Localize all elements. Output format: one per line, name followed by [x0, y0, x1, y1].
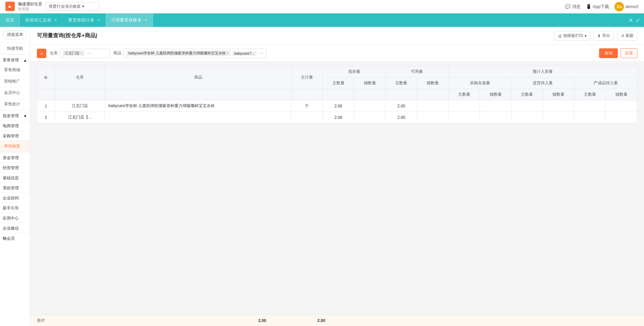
cell-stock-aux	[354, 100, 386, 112]
col-production-main: 主数量	[574, 89, 606, 100]
col-current-stock: 现存量	[323, 66, 385, 78]
col-production: 产成品待入量	[574, 78, 637, 89]
close-window-btn[interactable]: ✕	[629, 17, 633, 24]
settings-btn[interactable]: 设置	[621, 48, 637, 58]
cell-incoming-main	[511, 100, 543, 112]
product-tag-1-close[interactable]: ×	[227, 51, 229, 55]
chevron-down-icon: ▼	[23, 114, 27, 119]
sidebar-section-app-center[interactable]: 应用中心	[0, 213, 30, 223]
product-tag-2: babycare?...	[232, 51, 257, 56]
export-icon: ⬇	[597, 34, 601, 38]
filter-toggle-btn[interactable]: »	[37, 49, 46, 58]
query-btn[interactable]: 查询	[599, 48, 618, 58]
sidebar: 搜索菜单 快捷导航 零售管理 ▲ 零售商城 营销推广 会员中心 零售统计 批发管…	[0, 27, 30, 326]
tab-bar-end: ✕ ⤢	[625, 13, 644, 27]
sidebar-item-member-center[interactable]: 会员中心	[0, 87, 30, 99]
cell-production-main	[574, 100, 606, 112]
sidebar-section-finance[interactable]: 资金管理	[0, 152, 30, 162]
sidebar-item-retail-mall[interactable]: 零售商城	[0, 64, 30, 76]
refresh-btn[interactable]: ↺ 刷新	[617, 31, 637, 41]
sidebar-section-wholesale[interactable]: 批发管理 ▼	[0, 110, 30, 120]
table-area: ⚙ 仓库 商品 主计量 现存量 可用量 预计入库量 主数量 辅数量 主数量 辅数…	[30, 62, 644, 315]
sidebar-section-member[interactable]: 畅会员	[0, 233, 30, 243]
cell-index: 1	[37, 100, 55, 112]
cell-incoming-aux	[543, 112, 574, 123]
sidebar-section-operations[interactable]: 经营管理	[0, 162, 30, 172]
brand-info: 畅捷通好生意 标准版	[18, 2, 42, 11]
cell-incoming-aux	[543, 100, 574, 112]
table-settings-col[interactable]: ⚙	[37, 66, 55, 89]
sidebar-section-retail[interactable]: 零售管理 ▲	[0, 54, 30, 64]
sidebar-search: 搜索菜单	[0, 27, 30, 43]
tab-close-available[interactable]: ✕	[144, 18, 147, 22]
col-forecast: 预计入库量	[448, 66, 637, 78]
filter-actions: 查询 设置	[599, 48, 637, 58]
brand-name: 畅捷通好生意	[18, 2, 42, 6]
cell-main-unit	[291, 112, 323, 123]
sidebar-item-marketing[interactable]: 营销推广	[0, 76, 30, 87]
product-more-icon[interactable]: ···	[259, 50, 264, 56]
col-stock-aux: 辅数量	[354, 78, 386, 89]
col-incoming-main: 主数量	[511, 89, 543, 100]
footer-label: 合计	[37, 318, 52, 323]
col-purchase-transit: 采购在途量	[448, 78, 511, 89]
page-header: 可用量查询(按仓库+商品) 🖨 按模板打印 ▾ ⬇ 导出 ↺ 刷新	[30, 27, 644, 45]
sidebar-item-retail-stats[interactable]: 零售统计	[0, 99, 30, 110]
refresh-icon: ↺	[621, 34, 624, 38]
sidebar-item-inventory[interactable]: 库存核算	[0, 140, 30, 152]
sidebar-section-enterprise[interactable]: 企业协同	[0, 192, 30, 202]
brand-icon: ▶	[5, 2, 15, 11]
cell-main-unit: 个	[291, 100, 323, 112]
tab-home[interactable]: 首页	[0, 13, 20, 27]
warehouse-tag-jiangbei: 江北门店 ×	[63, 50, 85, 56]
tab-receive-summary[interactable]: 收发存汇总表 ✕	[20, 13, 63, 27]
user-profile[interactable]: Ea demo2	[614, 2, 639, 11]
top-bar: ▶ 畅捷通好生意 标准版 母婴行业演示账套 ▾ 💬 消息 📱 App下载 Ea …	[0, 0, 644, 13]
search-menu-btn[interactable]: 搜索菜单	[3, 30, 27, 39]
table-row: 2 江北门店【... 2.00 2.00	[37, 112, 637, 123]
sidebar-section-purchase[interactable]: 采购管理	[0, 130, 30, 140]
org-selector[interactable]: 母婴行业演示账套 ▾	[46, 2, 99, 11]
print-icon: 🖨	[558, 34, 562, 38]
warehouse-tag-close[interactable]: ×	[80, 51, 83, 55]
sidebar-section-sys-mgmt[interactable]: 系统管理	[0, 182, 30, 192]
content-area: 可用量查询(按仓库+商品) 🖨 按模板打印 ▾ ⬇ 导出 ↺ 刷新	[30, 27, 644, 326]
footer-values: 2.00 2.00	[52, 318, 335, 323]
product-filter-label: 商品	[113, 50, 121, 56]
col-main-unit: 主计量	[291, 66, 323, 89]
col-warehouse: 仓库	[55, 66, 105, 89]
warehouse-filter-input[interactable]: 江北门店 × ···	[60, 49, 110, 58]
cell-stock-main: 2.00	[323, 100, 354, 112]
product-filter-input[interactable]: babycare学饮杯 儿童防摔防撞吸管杯重力球吸嘴杯宝宝水杯 × babyca…	[123, 49, 267, 58]
sidebar-section-ecommerce[interactable]: 电商管理	[0, 120, 30, 130]
avatar: Ea	[614, 2, 624, 11]
cell-production-aux	[606, 100, 637, 112]
app-download-btn[interactable]: 📱 App下载	[586, 4, 609, 10]
warehouse-more-icon[interactable]: ···	[87, 50, 92, 56]
col-available: 可用量	[385, 66, 448, 78]
app-icon: 📱	[586, 4, 591, 9]
tab-bar: 首页 收发存汇总表 ✕ 要货单统计表 ✕ 可用量库存账本 ✕ ✕ ⤢	[0, 13, 644, 27]
expand-btn[interactable]: ⤢	[636, 17, 640, 24]
table-footer: 合计 2.00 2.00	[30, 315, 644, 326]
cell-incoming-main	[511, 112, 543, 123]
sidebar-item-quick-nav[interactable]: 快捷导航	[0, 43, 30, 54]
sidebar-section-new-guide[interactable]: 新手引导	[0, 202, 30, 213]
template-print-btn[interactable]: 🖨 按模板打印 ▾	[554, 31, 590, 41]
export-btn[interactable]: ⬇ 导出	[594, 31, 614, 41]
tab-order-summary[interactable]: 要货单统计表 ✕	[63, 13, 106, 27]
footer-available-main: 2.00	[308, 318, 335, 323]
sidebar-section-basic-info[interactable]: 基础信息	[0, 172, 30, 182]
tab-close-receive[interactable]: ✕	[54, 18, 57, 22]
top-bar-left: ▶ 畅捷通好生意 标准版 母婴行业演示账套 ▾	[5, 2, 99, 11]
top-bar-right: 💬 消息 📱 App下载 Ea demo2	[565, 2, 639, 11]
table-row: 1 江北门店 babycare学饮杯 儿童防摔防撞吸管杯重力球吸嘴杯宝宝水杯 个…	[37, 100, 637, 112]
tab-close-order[interactable]: ✕	[97, 18, 100, 22]
sidebar-section-wechat[interactable]: 企业微信	[0, 223, 30, 233]
footer-stock-main: 2.00	[249, 318, 276, 323]
chevron-down-icon: ▾	[82, 4, 84, 9]
chevron-up-icon: ▲	[23, 58, 27, 63]
cell-purchase-transit-main	[448, 100, 480, 112]
message-btn[interactable]: 💬 消息	[565, 4, 581, 10]
tab-available-inventory[interactable]: 可用量库存账本 ✕	[106, 13, 153, 27]
